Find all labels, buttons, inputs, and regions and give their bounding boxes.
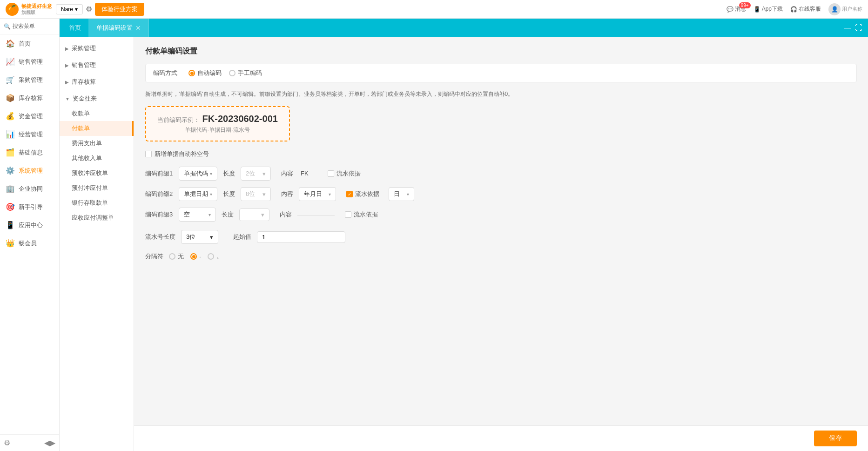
tab-encode-settings[interactable]: 单据编码设置 ✕ [89, 19, 149, 37]
sidebar-item-purchase[interactable]: 🛒 采购管理 [0, 71, 59, 89]
sep-dot[interactable]: · [190, 253, 201, 260]
sub-item-prepay-receivable[interactable]: 预收冲应收单 [60, 166, 134, 181]
length3-select[interactable]: ▾ [239, 209, 269, 221]
app-download-button[interactable]: 📱 App下载 [754, 5, 783, 13]
sub-sidebar: ▶ 采购管理 ▶ 销售管理 ▶ 库存核算 [60, 37, 134, 451]
sub-group-inventory: ▶ 库存核算 [60, 74, 134, 89]
service-icon: 🎧 [790, 6, 797, 13]
download-icon: 📱 [754, 6, 760, 13]
sep-period-radio[interactable] [208, 253, 214, 260]
serial-length-select[interactable]: 3位 ▾ [181, 230, 218, 244]
sub-group-header-inventory[interactable]: ▶ 库存核算 [60, 74, 134, 89]
sep-period[interactable]: 。 [208, 252, 222, 261]
tab-close-button[interactable]: ✕ [135, 24, 141, 32]
auto-encode-radio[interactable] [188, 70, 195, 76]
sidebar-item-enterprise[interactable]: 🏢 企业协同 [0, 180, 59, 198]
sep-none[interactable]: 无 [169, 252, 184, 261]
config-row-1: 编码前缀1 单据代码 ▾ 长度 2位 ▾ 内容 FK [145, 167, 857, 181]
tabs: 首页 单据编码设置 ✕ [61, 19, 149, 37]
sidebar-item-home[interactable]: 🏠 首页 [0, 34, 59, 53]
tab-bar: 首页 单据编码设置 ✕ — ⛶ [60, 19, 868, 37]
stream2-unit-select[interactable]: 日 ▾ [389, 187, 414, 201]
prefix3-select[interactable]: 空 ▾ [179, 208, 216, 222]
separator-label: 分隔符 [145, 252, 163, 261]
code-example-sub: 单据代码-单据日期-流水号 [157, 126, 278, 134]
stream2-check[interactable]: ✓ 流水依据 [346, 190, 379, 198]
sidebar-item-apps[interactable]: 📱 应用中心 [0, 216, 59, 234]
stream3-checkbox[interactable] [345, 211, 351, 218]
content2-select[interactable]: 年月日 ▾ [299, 187, 336, 201]
online-service-button[interactable]: 🎧 在线客服 [790, 5, 821, 13]
prefix1-select[interactable]: 单据代码 ▾ [179, 167, 217, 181]
sidebar-item-inventory[interactable]: 📦 库存核算 [0, 89, 59, 107]
user-avatar[interactable]: 👤 用户名称 [828, 3, 862, 15]
settings-bottom-icon[interactable]: ⚙ [4, 438, 10, 447]
message-icon: 💬 [727, 6, 733, 13]
sidebar-item-operation[interactable]: 📊 经营管理 [0, 125, 59, 143]
code-example-box: 当前编码示例： FK-20230602-001 单据代码-单据日期-流水号 [145, 106, 290, 141]
search-menu[interactable]: 🔍 搜索菜单 [0, 19, 59, 34]
purchase-icon: 🛒 [6, 75, 15, 84]
config-row-3: 编码前缀3 空 ▾ 长度 ▾ 内容 [145, 208, 857, 222]
guide-icon: 🎯 [6, 202, 15, 211]
chevron-right-icon: ▶ [65, 46, 69, 51]
sub-item-bank-deposit[interactable]: 银行存取款单 [60, 195, 134, 210]
auto-encode-option[interactable]: 自动编码 [188, 69, 222, 77]
minimize-button[interactable]: — [844, 24, 851, 32]
length1-select[interactable]: 2位 ▾ [241, 167, 271, 181]
sidebar: 🔍 搜索菜单 🏠 首页 📈 销售管理 🛒 采购管理 📦 库存核算 💰 [0, 19, 60, 451]
sub-item-ar-ap-adjust[interactable]: 应收应付调整单 [60, 210, 134, 225]
stream1-check[interactable]: 流水依据 [328, 169, 361, 178]
prefix2-select[interactable]: 单据日期 ▾ [179, 187, 217, 201]
content1-value: FK [299, 169, 317, 178]
manual-encode-radio[interactable] [229, 70, 236, 76]
sub-item-expense[interactable]: 费用支出单 [60, 136, 134, 151]
save-button[interactable]: 保存 [814, 431, 857, 446]
stream3-check[interactable]: 流水依据 [345, 210, 378, 219]
settings-icon[interactable]: ⚙ [86, 5, 92, 13]
sub-group-header-sales[interactable]: ▶ 销售管理 [60, 58, 134, 73]
length2-select[interactable]: 8位 ▾ [241, 187, 271, 201]
sep-dot-radio[interactable] [190, 253, 197, 260]
trial-button[interactable]: 体验行业方案 [95, 3, 144, 16]
collapse-sidebar-button[interactable]: ◀▶ [44, 438, 55, 447]
sep-none-radio[interactable] [169, 253, 175, 260]
tab-home[interactable]: 首页 [61, 19, 89, 37]
sidebar-item-system[interactable]: ⚙️ 系统管理 [0, 162, 59, 180]
prefix1-label: 编码前缀1 [145, 169, 173, 178]
sidebar-item-basic[interactable]: 🗂️ 基础信息 [0, 143, 59, 162]
messages-button[interactable]: 💬 消息 99+ [727, 5, 746, 13]
start-value-input[interactable] [257, 231, 345, 243]
sidebar-item-sales[interactable]: 📈 销售管理 [0, 53, 59, 71]
auto-fill-checkbox[interactable] [145, 151, 152, 157]
bottom-save-bar: 保存 [134, 425, 868, 451]
encode-method-radio-group: 自动编码 手工编码 [188, 69, 262, 77]
sidebar-item-guide[interactable]: 🎯 新手引导 [0, 198, 59, 216]
sidebar-nav: 🏠 首页 📈 销售管理 🛒 采购管理 📦 库存核算 💰 资金管理 📊 经 [0, 34, 59, 434]
system-icon: ⚙️ [6, 166, 15, 175]
content3-label: 内容 [280, 210, 292, 219]
length1-label: 长度 [223, 169, 235, 178]
auto-fill-row: 新增单据自动补空号 [145, 150, 857, 158]
sidebar-item-finance[interactable]: 💰 资金管理 [0, 107, 59, 125]
sub-item-other-income[interactable]: 其他收入单 [60, 151, 134, 166]
chevron-right-icon3: ▶ [65, 80, 69, 85]
chevron-down-icon4: ▾ [262, 170, 266, 177]
stream1-checkbox[interactable] [328, 170, 334, 177]
sub-group-header-finance-flow[interactable]: ▼ 资金往来 [60, 91, 134, 106]
stream2-checkbox[interactable]: ✓ [346, 191, 353, 197]
length3-label: 长度 [222, 210, 234, 219]
maximize-button[interactable]: ⛶ [855, 24, 862, 32]
sub-item-payment[interactable]: 付款单 [60, 121, 134, 136]
sub-item-prepay-payable[interactable]: 预付冲应付单 [60, 181, 134, 195]
home-icon: 🏠 [6, 39, 15, 48]
prefix2-label: 编码前缀2 [145, 190, 173, 198]
company-dropdown[interactable]: Nare ▾ [56, 4, 83, 14]
code-label: 当前编码示例： [157, 116, 200, 123]
sub-group-header-purchase[interactable]: ▶ 采购管理 [60, 41, 134, 56]
inventory-icon: 📦 [6, 94, 15, 102]
sidebar-item-member[interactable]: 👑 畅会员 [0, 234, 59, 252]
sub-item-receipt[interactable]: 收款单 [60, 106, 134, 121]
manual-encode-option[interactable]: 手工编码 [229, 69, 262, 77]
logo-text: 畅捷通好生意 旗舰版 [21, 3, 52, 15]
